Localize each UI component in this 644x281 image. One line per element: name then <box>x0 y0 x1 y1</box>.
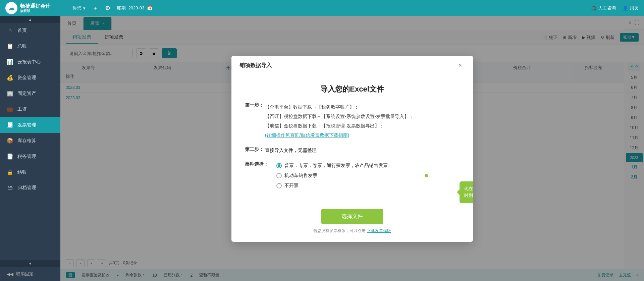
inventory-icon: 📦 <box>7 137 13 144</box>
step2-label: 第二步： <box>245 147 264 153</box>
headset-icon: 🎧 <box>591 6 596 11</box>
sidebar-label-tax: 税务管理 <box>17 154 36 160</box>
download-template-area: 若您没有发票模版，可以点击 下载发票模版 <box>313 228 391 234</box>
step2-content: 直接导入文件，无需整理 <box>265 148 317 154</box>
sidebar-label-closing: 结账 <box>17 169 27 175</box>
step1-line1: 【全电平台】数据下载→【税务数字账户】； <box>265 102 414 112</box>
period-label: 账期 <box>117 5 126 10</box>
download-template-text: 若您没有发票模版，可以点击 <box>313 228 366 233</box>
step1-block: 第一步： 【全电平台】数据下载→【税务数字账户】； 【百旺】税控盘数据下载→【系… <box>245 102 460 140</box>
radio-common-dot <box>278 164 280 167</box>
radio-motor-circle <box>276 173 282 178</box>
modal-main-title: 导入您的Excel文件 <box>245 84 460 94</box>
sidebar-label-reports: 云报表中心 <box>17 59 41 65</box>
payroll-icon: 💼 <box>7 106 13 112</box>
radio-common-label: 普票，专票，卷票，通行费发票，农产品销售发票 <box>284 163 388 169</box>
radio-none-label: 不开票 <box>284 183 299 189</box>
archive-icon: 🗃 <box>7 185 13 191</box>
logo-text: 畅捷通好会计 旗舰版 <box>20 3 50 13</box>
top-bar: ☁ 畅捷通好会计 旗舰版 你您 ▾ ＋ ⚙ 账期 2023-03 📅 🎧 人工咨… <box>0 0 644 16</box>
tooltip-dot <box>425 174 428 177</box>
ticket-select-label: 票种选择： <box>245 161 268 167</box>
modal-footer: 选择文件 若您没有发票模版，可以点击 下载发票模版 <box>231 204 473 242</box>
cancel-pin-label: 取消固定 <box>16 271 34 277</box>
radio-none[interactable]: 不开票 <box>276 183 388 189</box>
app-logo: ☁ 畅捷通好会计 旗舰版 <box>5 2 66 14</box>
modal-header: 销项数据导入 × <box>231 56 473 76</box>
sidebar-label-invoices: 发票管理 <box>17 122 36 128</box>
dropdown-icon: ▾ <box>83 6 86 11</box>
sidebar-scroll-up[interactable]: ▲ <box>0 16 60 23</box>
import-modal: 销项数据导入 × 导入您的Excel文件 第一步： 【全电平台】数据下载→【税务… <box>231 56 473 242</box>
sidebar: ▲ ⌂ 首页 📋 总账 📊 云报表中心 💰 资金管理 🏢 固定资产 💼 工资 🧾… <box>0 16 60 281</box>
logo-icon: ☁ <box>5 2 17 14</box>
modal-close-btn[interactable]: × <box>455 61 465 70</box>
invoices-icon: 🧾 <box>7 122 13 128</box>
sidebar-item-payroll[interactable]: 💼 工资 <box>0 101 60 117</box>
sidebar-label-home: 首页 <box>17 27 27 34</box>
tax-icon: 📑 <box>7 153 13 160</box>
period-display: 账期 2023-03 📅 <box>117 5 152 11</box>
radio-motor[interactable]: 机动车销售发票 <box>276 173 388 179</box>
add-icon[interactable]: ＋ <box>92 4 98 12</box>
sidebar-label-payroll: 工资 <box>17 106 27 112</box>
sidebar-cancel-pin[interactable]: ◀◀ 取消固定 <box>0 267 60 281</box>
step1-label: 第一步： <box>245 102 264 108</box>
modal-title: 销项数据导入 <box>239 62 272 69</box>
support-button[interactable]: 🎧 人工咨询 <box>591 5 616 11</box>
sidebar-item-reports[interactable]: 📊 云报表中心 <box>0 54 60 70</box>
sidebar-item-funds[interactable]: 💰 资金管理 <box>0 70 60 86</box>
sidebar-label-assets: 固定资产 <box>17 91 36 97</box>
sidebar-label-funds: 资金管理 <box>17 75 36 81</box>
tooltip-arrow <box>457 189 460 195</box>
ticket-select-block: 票种选择： 普票，专票，卷票，通行费发票，农产品销售发票 机动车销售发票 <box>245 161 460 189</box>
sidebar-item-ledger[interactable]: 📋 总账 <box>0 38 60 54</box>
support-label: 人工咨询 <box>598 5 616 11</box>
logo-main: 畅捷通好会计 <box>20 3 50 9</box>
radio-group: 普票，专票，卷票，通行费发票，农产品销售发票 机动车销售发票 不开票 <box>270 163 388 189</box>
funds-icon: 💰 <box>7 74 13 81</box>
radio-motor-label: 机动车销售发票 <box>284 173 317 179</box>
radio-none-circle <box>276 183 282 188</box>
sidebar-item-assets[interactable]: 🏢 固定资产 <box>0 86 60 101</box>
period-value: 2023-03 <box>128 5 145 10</box>
step1-line3: 【航信】金税盘数据下载→【报税管理-发票数据导出】； <box>265 121 414 130</box>
sidebar-item-inventory[interactable]: 📦 库存核算 <box>0 133 60 149</box>
step1-line2: 【百旺】税控盘数据下载→【系统设置-系统参数设置-发票批量导入】； <box>265 112 414 121</box>
home-icon: ⌂ <box>7 27 13 34</box>
top-bar-right: 🎧 人工咨询 👤 用友 <box>581 5 639 11</box>
sidebar-item-archive[interactable]: 🗃 归档管理 <box>0 180 60 195</box>
tooltip-text: 现在支持的票种多了，导入发票时别忘了选择正确的发票类型呀! <box>464 186 473 198</box>
top-bar-middle: 你您 ▾ ＋ ⚙ 账期 2023-03 📅 <box>66 4 581 12</box>
radio-common-circle <box>276 163 282 168</box>
unpin-icon: ◀◀ <box>7 272 13 277</box>
reports-icon: 📊 <box>7 59 13 65</box>
sidebar-scroll-down[interactable]: ▼ <box>0 260 60 267</box>
step2-block: 第二步： 直接导入文件，无需整理 <box>245 147 460 155</box>
calendar-icon: 📅 <box>147 5 152 10</box>
sidebar-label-ledger: 总账 <box>17 43 27 49</box>
user-button[interactable]: 👤 用友 <box>623 5 639 11</box>
sidebar-label-inventory: 库存核算 <box>17 138 36 144</box>
modal-body: 导入您的Excel文件 第一步： 【全电平台】数据下载→【税务数字账户】； 【百… <box>231 76 473 204</box>
sidebar-item-invoices[interactable]: 🧾 发票管理 <box>0 117 60 133</box>
assets-icon: 🏢 <box>7 90 13 97</box>
select-file-button[interactable]: 选择文件 <box>321 209 383 224</box>
radio-common[interactable]: 普票，专票，卷票，通行费发票，农产品销售发票 <box>276 163 388 169</box>
download-template-link[interactable]: 下载发票模版 <box>367 228 391 233</box>
user-name: 你您 <box>72 5 81 11</box>
user-avatar-icon: 👤 <box>623 6 628 11</box>
sidebar-item-tax[interactable]: 📑 税务管理 <box>0 149 60 164</box>
sidebar-label-archive: 归档管理 <box>17 185 36 191</box>
user-label: 用友 <box>630 5 639 11</box>
settings-icon[interactable]: ⚙ <box>105 4 110 12</box>
user-select[interactable]: 你您 ▾ <box>72 5 86 11</box>
closing-icon: 🔒 <box>7 169 13 175</box>
modal-overlay: 销项数据导入 × 导入您的Excel文件 第一步： 【全电平台】数据下载→【税务… <box>60 16 644 281</box>
sidebar-item-closing[interactable]: 🔒 结账 <box>0 164 60 180</box>
logo-sub: 旗舰版 <box>20 9 50 13</box>
step1-guide-link[interactable]: (详细操作见百旺/航信发票数据下载指南) <box>265 130 414 140</box>
sidebar-item-home[interactable]: ⌂ 首页 <box>0 23 60 38</box>
ledger-icon: 📋 <box>7 43 13 49</box>
